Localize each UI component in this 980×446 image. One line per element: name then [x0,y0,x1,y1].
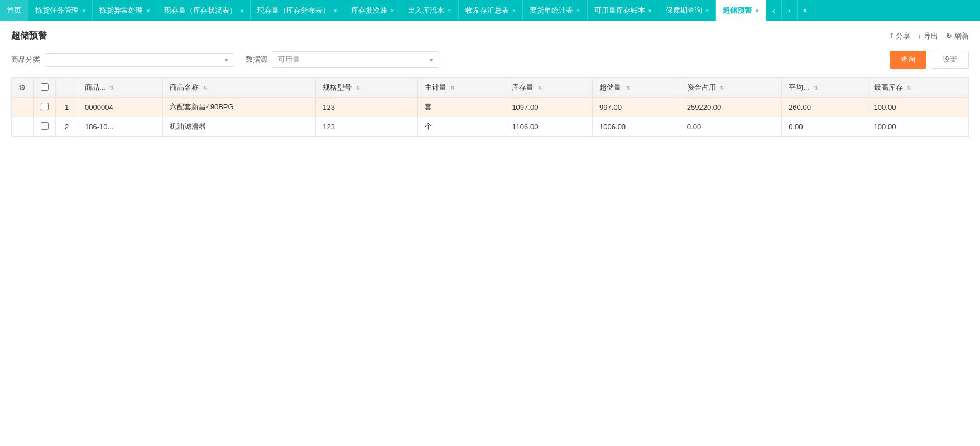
nav-item-available[interactable]: 可用量库存账本 × [588,0,659,21]
nav-item-order-stats[interactable]: 要货单统计表 × [523,0,587,21]
col-label-stock: 库存量 [512,83,534,91]
col-label-unit: 主计量 [425,83,446,91]
row1-checkbox-cell[interactable] [34,98,56,117]
nav-close-exception[interactable]: × [146,7,150,14]
datasource-filter-group: 数据源 可用量 ▾ [246,51,439,68]
row1-checkbox[interactable] [41,103,49,110]
col-header-num [56,78,78,98]
sort-icon-spec: ⇅ [356,85,361,91]
col-label-avg: 平均... [789,83,809,91]
table-row: 1 0000004 六配套新昌490BPG 123 套 1097.00 997.… [12,98,969,117]
col-settings[interactable]: ⚙ [12,78,34,98]
nav-item-expiry[interactable]: 保质期查询 × [659,0,716,21]
share-button[interactable]: ⤴ 分享 [890,31,910,41]
nav-label-expiry: 保质期查询 [666,6,702,16]
action-buttons: 查询 设置 [890,51,969,69]
category-filter-group: 商品分类 ▾ [11,53,234,67]
row1-settings [12,98,34,117]
category-label: 商品分类 [11,55,40,65]
nav-close-overstock[interactable]: × [755,7,758,14]
col-header-unit[interactable]: 主计量 ⇅ [417,78,505,98]
col-header-stock[interactable]: 库存量 ⇅ [505,78,593,98]
sort-icon-overstock: ⇅ [626,85,630,91]
nav-label-flow: 出入库流水 [408,6,444,16]
row2-product-name: 机油滤清器 [163,117,316,137]
col-label-product-code: 商品... [85,83,105,91]
nav-close-flow[interactable]: × [448,7,451,14]
sort-icon-product-code: ⇅ [109,85,114,91]
nav-label-stock1: 现存量（库存状况表） [164,6,237,16]
nav-item-stock2[interactable]: 现存量（库存分布表） × [251,0,344,21]
nav-close-available[interactable]: × [648,7,652,14]
table-header-row: ⚙ 商品... ⇅ 商品名称 ⇅ 规格型号 ⇅ [12,78,969,98]
nav-arrow-right[interactable]: › [782,0,798,21]
nav-arrow-more[interactable]: × [798,0,813,21]
row2-settings [12,117,34,137]
row1-overstock: 997.00 [593,98,680,117]
refresh-icon: ↻ [946,32,952,40]
nav-item-stock1[interactable]: 现存量（库存状况表） × [157,0,251,21]
header-actions: ⤴ 分享 ↓ 导出 ↻ 刷新 [890,31,969,41]
export-button[interactable]: ↓ 导出 [918,31,939,41]
nav-item-task[interactable]: 拣货任务管理 × [28,0,93,21]
row1-stock: 1097.00 [505,98,593,117]
datasource-select[interactable]: 可用量 ▾ [272,51,439,68]
col-header-avg[interactable]: 平均... ⇅ [782,78,867,98]
nav-item-flow[interactable]: 出入库流水 × [401,0,458,21]
nav-item-summary[interactable]: 收发存汇总表 × [459,0,523,21]
row2-checkbox-cell[interactable] [34,117,56,137]
col-header-max-stock[interactable]: 最高库存 ⇅ [867,78,968,98]
nav-close-order-stats[interactable]: × [577,7,580,14]
sort-icon-product-name: ⇅ [203,85,208,91]
category-select[interactable]: ▾ [45,53,234,67]
nav-arrow-left[interactable]: ‹ [766,0,782,21]
category-arrow-icon: ▾ [225,56,228,64]
share-label: 分享 [896,31,910,41]
settings-button[interactable]: 设置 [931,51,969,69]
col-header-overstock[interactable]: 超储量 ⇅ [593,78,680,98]
col-header-product-name[interactable]: 商品名称 ⇅ [163,78,316,98]
row2-capital: 0.00 [680,117,781,137]
datasource-value: 可用量 [278,55,300,65]
nav-item-overstock[interactable]: 超储预警 × [716,0,766,21]
nav-close-stock2[interactable]: × [333,7,337,14]
nav-item-home[interactable]: 首页 [0,0,28,21]
col-header-capital[interactable]: 资金占用 ⇅ [680,78,781,98]
nav-close-batch[interactable]: × [391,7,394,14]
row2-unit: 个 [417,117,505,137]
select-all-checkbox[interactable] [41,83,49,91]
nav-item-batch[interactable]: 库存批次账 × [344,0,401,21]
nav-close-summary[interactable]: × [512,7,516,14]
nav-close-stock1[interactable]: × [240,7,243,14]
col-label-max-stock: 最高库存 [874,83,903,91]
row1-avg: 260.00 [782,98,867,117]
row1-product-code: 0000004 [78,98,163,117]
refresh-label: 刷新 [954,31,969,41]
row1-spec: 123 [316,98,417,117]
nav-close-expiry[interactable]: × [705,7,709,14]
nav-label-order-stats: 要货单统计表 [530,6,573,16]
export-icon: ↓ [918,32,922,40]
nav-label-exception: 拣货异常处理 [99,6,143,16]
col-header-spec[interactable]: 规格型号 ⇅ [316,78,417,98]
query-button[interactable]: 查询 [890,51,926,69]
export-label: 导出 [924,31,938,41]
col-header-product-code[interactable]: 商品... ⇅ [78,78,163,98]
row1-unit: 套 [417,98,505,117]
row2-num: 2 [56,117,78,137]
sort-icon-stock: ⇅ [538,85,542,91]
filter-row: 商品分类 ▾ 数据源 可用量 ▾ 查询 设置 [11,51,969,69]
row2-checkbox[interactable] [41,122,49,130]
row1-product-name: 六配套新昌490BPG [163,98,316,117]
refresh-button[interactable]: ↻ 刷新 [946,31,969,41]
settings-gear-icon[interactable]: ⚙ [18,83,26,92]
row1-max-stock: 100.00 [867,98,968,117]
col-select-all[interactable] [34,78,56,98]
sort-icon-max-stock: ⇅ [907,85,911,91]
nav-close-task[interactable]: × [82,7,85,14]
nav-label-batch: 库存批次账 [351,6,387,16]
row2-stock: 1106.00 [505,117,593,137]
share-icon: ⤴ [890,32,893,40]
nav-item-exception[interactable]: 拣货异常处理 × [93,0,157,21]
row2-max-stock: 100.00 [867,117,968,137]
